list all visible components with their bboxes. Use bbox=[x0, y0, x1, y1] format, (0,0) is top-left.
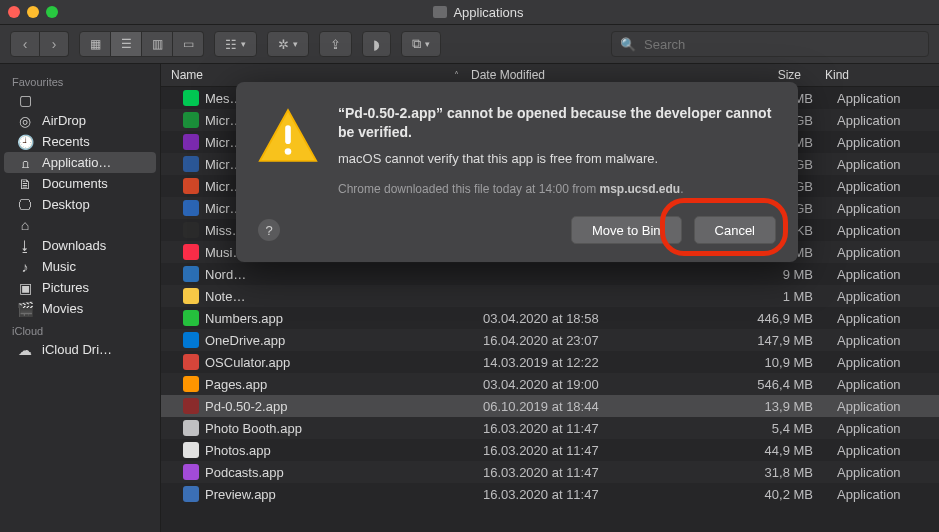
file-name: Photo Booth.app bbox=[205, 421, 302, 436]
column-size[interactable]: Size bbox=[701, 68, 821, 82]
dropbox-button[interactable]: ⧉ ▾ bbox=[401, 31, 441, 57]
table-row[interactable]: Podcasts.app16.03.2020 at 11:4731,8 MBAp… bbox=[161, 461, 939, 483]
app-icon bbox=[183, 288, 199, 304]
file-name: Photos.app bbox=[205, 443, 271, 458]
column-date[interactable]: Date Modified bbox=[471, 68, 701, 82]
sort-indicator-icon: ˄ bbox=[454, 70, 459, 81]
app-icon bbox=[183, 464, 199, 480]
table-row[interactable]: OSCulator.app14.03.2019 at 12:2210,9 MBA… bbox=[161, 351, 939, 373]
folder-icon bbox=[433, 6, 447, 18]
file-kind: Application bbox=[833, 443, 939, 458]
pictures-icon: ▣ bbox=[16, 281, 34, 295]
sidebar-item-home[interactable]: ⌂ bbox=[4, 215, 156, 235]
file-kind: Application bbox=[833, 377, 939, 392]
sidebar-item-label: Movies bbox=[42, 301, 83, 316]
app-icon bbox=[183, 376, 199, 392]
table-row[interactable]: Photos.app16.03.2020 at 11:4744,9 MBAppl… bbox=[161, 439, 939, 461]
table-row[interactable]: Pages.app03.04.2020 at 19:00546,4 MBAppl… bbox=[161, 373, 939, 395]
table-row[interactable]: Preview.app16.03.2020 at 11:4740,2 MBApp… bbox=[161, 483, 939, 505]
table-row[interactable]: OneDrive.app16.04.2020 at 23:07147,9 MBA… bbox=[161, 329, 939, 351]
movies-icon: 🎬 bbox=[16, 302, 34, 316]
move-to-bin-button[interactable]: Move to Bin bbox=[571, 216, 682, 244]
file-date: 14.03.2019 at 12:22 bbox=[483, 355, 713, 370]
sidebar-item-movies[interactable]: 🎬Movies bbox=[4, 298, 156, 319]
table-row[interactable]: Photo Booth.app16.03.2020 at 11:475,4 MB… bbox=[161, 417, 939, 439]
help-button[interactable]: ? bbox=[258, 219, 280, 241]
sidebar-item-iclouddri[interactable]: ☁iCloud Dri… bbox=[4, 339, 156, 360]
sidebar-item-label: Downloads bbox=[42, 238, 106, 253]
apps-icon: ⩍ bbox=[16, 156, 34, 170]
file-date: 16.03.2020 at 11:47 bbox=[483, 443, 713, 458]
table-row[interactable]: Numbers.app03.04.2020 at 18:58446,9 MBAp… bbox=[161, 307, 939, 329]
table-row[interactable]: Nord…9 MBApplication bbox=[161, 263, 939, 285]
group-by-button[interactable]: ☷ ▾ bbox=[214, 31, 257, 57]
table-row[interactable]: Pd-0.50-2.app06.10.2019 at 18:4413,9 MBA… bbox=[161, 395, 939, 417]
gatekeeper-dialog: “Pd-0.50-2.app” cannot be opened because… bbox=[236, 82, 798, 262]
app-icon bbox=[183, 420, 199, 436]
search-input[interactable] bbox=[642, 36, 920, 53]
dialog-note: Chrome downloaded this file today at 14:… bbox=[338, 181, 776, 198]
file-kind: Application bbox=[833, 421, 939, 436]
sidebar-item-pictures[interactable]: ▣Pictures bbox=[4, 277, 156, 298]
file-size: 546,4 MB bbox=[713, 377, 833, 392]
view-icon-list[interactable]: ☰ bbox=[111, 31, 142, 57]
file-kind: Application bbox=[833, 355, 939, 370]
file-kind: Application bbox=[833, 91, 939, 106]
dialog-subtitle: macOS cannot verify that this app is fre… bbox=[338, 150, 776, 168]
file-name: Pd-0.50-2.app bbox=[205, 399, 287, 414]
sidebar-item-music[interactable]: ♪Music bbox=[4, 256, 156, 277]
app-icon bbox=[183, 486, 199, 502]
file-kind: Application bbox=[833, 267, 939, 282]
window-controls bbox=[8, 6, 58, 18]
cancel-button[interactable]: Cancel bbox=[694, 216, 776, 244]
file-size: 31,8 MB bbox=[713, 465, 833, 480]
tags-button[interactable]: ◗ bbox=[362, 31, 391, 57]
nav-buttons: ‹ › bbox=[10, 31, 69, 57]
sidebar-item-recents[interactable]: 🕘Recents bbox=[4, 131, 156, 152]
sidebar-item-airdrop[interactable]: ◎AirDrop bbox=[4, 110, 156, 131]
sidebar-item-folder[interactable]: ▢ bbox=[4, 90, 156, 110]
column-kind[interactable]: Kind bbox=[821, 68, 939, 82]
app-icon bbox=[183, 90, 199, 106]
search-field[interactable]: 🔍 bbox=[611, 31, 929, 57]
forward-button[interactable]: › bbox=[40, 31, 69, 57]
app-icon bbox=[183, 244, 199, 260]
back-button[interactable]: ‹ bbox=[10, 31, 40, 57]
sidebar-item-label: Desktop bbox=[42, 197, 90, 212]
sidebar-item-label: Recents bbox=[42, 134, 90, 149]
action-menu-button[interactable]: ✲ ▾ bbox=[267, 31, 309, 57]
dialog-title: “Pd-0.50-2.app” cannot be opened because… bbox=[338, 104, 776, 142]
column-name[interactable]: Name ˄ bbox=[161, 68, 471, 82]
sidebar-item-label: Documents bbox=[42, 176, 108, 191]
column-name-label: Name bbox=[171, 68, 203, 82]
close-window-button[interactable] bbox=[8, 6, 20, 18]
app-icon bbox=[183, 266, 199, 282]
file-date: 16.04.2020 at 23:07 bbox=[483, 333, 713, 348]
file-kind: Application bbox=[833, 399, 939, 414]
file-name: OSCulator.app bbox=[205, 355, 290, 370]
sidebar-item-label: Applicatio… bbox=[42, 155, 111, 170]
app-icon bbox=[183, 398, 199, 414]
view-icon-gallery[interactable]: ▭ bbox=[173, 31, 204, 57]
file-size: 40,2 MB bbox=[713, 487, 833, 502]
sidebar-item-applicatio[interactable]: ⩍Applicatio… bbox=[4, 152, 156, 173]
view-icon-grid[interactable]: ▦ bbox=[79, 31, 111, 57]
share-button[interactable]: ⇪ bbox=[319, 31, 352, 57]
file-kind: Application bbox=[833, 487, 939, 502]
sidebar-item-desktop[interactable]: 🖵Desktop bbox=[4, 194, 156, 215]
icloud-icon: ☁ bbox=[16, 343, 34, 357]
file-kind: Application bbox=[833, 223, 939, 238]
sidebar-item-downloads[interactable]: ⭳Downloads bbox=[4, 235, 156, 256]
file-kind: Application bbox=[833, 465, 939, 480]
folder-icon: ▢ bbox=[16, 93, 34, 107]
sidebar-item-documents[interactable]: 🗎Documents bbox=[4, 173, 156, 194]
desktop-icon: 🖵 bbox=[16, 198, 34, 212]
table-row[interactable]: Note…1 MBApplication bbox=[161, 285, 939, 307]
file-kind: Application bbox=[833, 245, 939, 260]
zoom-window-button[interactable] bbox=[46, 6, 58, 18]
minimize-window-button[interactable] bbox=[27, 6, 39, 18]
app-icon bbox=[183, 222, 199, 238]
sidebar-group-label: Favourites bbox=[0, 70, 160, 90]
file-size: 446,9 MB bbox=[713, 311, 833, 326]
view-icon-columns[interactable]: ▥ bbox=[142, 31, 173, 57]
